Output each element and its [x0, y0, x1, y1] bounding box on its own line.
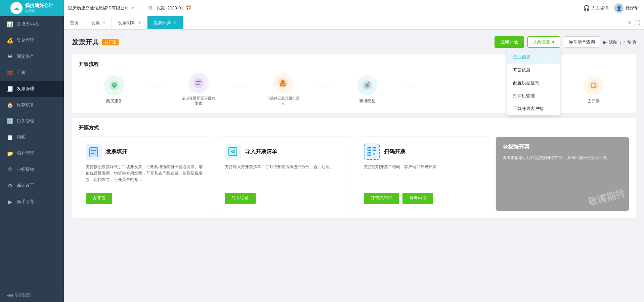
fill-invoice-header: 发票填开 — [86, 144, 205, 160]
dropdown-tax-config[interactable]: 配置税盘信息 — [507, 77, 560, 89]
sidebar-item-archive[interactable]: 📁 归档管理 — [0, 145, 64, 161]
sidebar-item-basic-settings[interactable]: ⚙ 基础设置 — [0, 178, 64, 194]
sidebar-item-new-guide[interactable]: ▶ 新手引导 — [0, 194, 64, 210]
svg-rect-33 — [374, 148, 375, 150]
tab-bar: 首页 发票 ✕ 发票测算 ✕ 发票开具 ✕ ✕ ⛶ — [64, 16, 644, 30]
settings-icon[interactable]: ⚙ — [148, 5, 153, 11]
logo-icon: ☁ — [10, 2, 23, 14]
sidebar-item-invoice-mgmt[interactable]: 🧾 发票管理 — [0, 81, 64, 97]
tab-invoice-issue[interactable]: 发票开具 ✕ — [147, 16, 183, 29]
archive-icon: 📁 — [7, 150, 13, 157]
sidebar-item-label: 固定资产 — [17, 53, 34, 60]
abnormal-list-label: 异常清单查询 — [569, 39, 595, 45]
dropdown-company-info[interactable]: 企业信息 → — [507, 49, 560, 64]
svg-rect-32 — [369, 148, 370, 150]
boss-invoice-desc: 查看老板端小程序提交的开票申请，并作出相应的处理回复 — [503, 155, 622, 178]
divider: | — [619, 40, 620, 45]
user-avatar: 👤 — [614, 3, 624, 13]
svg-rect-34 — [369, 153, 370, 155]
activate-button[interactable]: 立即开通 — [495, 36, 524, 48]
tab-invoice-calc[interactable]: 发票测算 ✕ — [112, 16, 147, 29]
add-company-icon[interactable]: ＋ — [138, 4, 144, 11]
download-client-label: 下载开票客户端 — [513, 106, 544, 112]
sidebar-item-salary[interactable]: 💼 工资 — [0, 65, 64, 81]
sidebar-item-tax-mgmt[interactable]: 🔢 税务管理 — [0, 113, 64, 129]
sidebar: 📊 云报表中心 💰 资金管理 🏛 固定资产 💼 工资 🧾 发票管理 🏠 库存核算… — [0, 16, 64, 302]
printer-mgmt-label: 打印机管理 — [513, 93, 535, 99]
user-name: 徐泽华 — [626, 5, 639, 11]
expense-icon: © — [7, 166, 13, 173]
method-fill-invoice: 发票填开 支持按照发票样式手工填开发票；可开具增值税电子普通发票、增值税普通发票… — [79, 137, 212, 211]
sidebar-item-checkout[interactable]: 📋 结账 — [0, 129, 64, 145]
flow-connector-2 — [234, 86, 248, 86]
calendar-icon[interactable]: 📅 — [185, 5, 191, 11]
tax-mgmt-icon: 🔢 — [7, 118, 13, 124]
page-title: 发票开具 — [72, 38, 99, 47]
fixed-assets-icon: 🏛 — [7, 53, 13, 60]
sidebar-item-fund-mgmt[interactable]: 💰 资金管理 — [0, 32, 64, 48]
fill-invoice-btn[interactable]: 去开票 — [86, 193, 112, 204]
fill-invoice-icon — [86, 144, 102, 160]
support-button[interactable]: 🎧 人工咨询 — [583, 5, 609, 11]
tax-config-label: 配置税盘信息 — [513, 80, 539, 86]
page-title-area: 发票开具 待开通 — [72, 38, 119, 47]
step-last-label: 去开票 — [588, 98, 600, 104]
video-help-area[interactable]: ▶ 视频 | ? 帮助 — [603, 39, 636, 45]
fill-invoice-desc: 支持按照发票样式手工填开发票；可开具增值税电子普通发票、增值税普通发票、增值税专… — [86, 164, 205, 187]
cancel-pin-icon: ◀◀ — [7, 293, 13, 298]
step-last-icon — [584, 75, 604, 96]
tab-invoice-close[interactable]: ✕ — [102, 21, 105, 25]
sidebar-item-fixed-assets[interactable]: 🏛 固定资产 — [0, 48, 64, 65]
tab-expand-btn[interactable]: ⛶ — [635, 20, 640, 26]
scan-invoice-desc: 支持定制开票二维码，客户端可扫码开票 — [364, 164, 483, 187]
tab-invoice[interactable]: 发票 ✕ — [85, 16, 112, 29]
company-name: 重庆畅捷交通信息咨询有限公司 — [68, 5, 129, 11]
logo: ☁ 畅捷通好会计 旗舰版 — [0, 0, 64, 16]
import-invoice-icon — [225, 144, 241, 160]
scan-invoice-apply-btn[interactable]: 查看申请 — [402, 193, 433, 204]
sidebar-item-label: 新手引导 — [17, 199, 34, 205]
import-invoice-desc: 支持导入待开票清单，可对待开票清单进行拆分、合并处理。 — [225, 164, 344, 187]
sidebar-item-label: 结账 — [17, 134, 26, 140]
tab-invoice-issue-close[interactable]: ✕ — [174, 21, 177, 25]
step3-label: 下载并安装开票机器人 — [266, 96, 300, 106]
import-invoice-header: 导入开票清单 — [225, 144, 344, 160]
main-layout: 📊 云报表中心 💰 资金管理 🏛 固定资产 💼 工资 🧾 发票管理 🏠 库存核算… — [0, 16, 644, 302]
svg-rect-38 — [374, 154, 375, 155]
method-scan-invoice: 扫码开票 支持定制开票二维码，客户端可扫码开票 开票码管理 查看申请 — [357, 137, 490, 211]
sidebar-item-label: 工资 — [17, 70, 26, 76]
abnormal-list-button[interactable]: 异常清单查询 — [564, 36, 600, 48]
period-value: 2023-01 — [167, 5, 183, 10]
page-header: 发票开具 待开通 立即开通 开票设置 ▼ 企业信息 — [72, 36, 636, 48]
dropdown-printer-mgmt[interactable]: 打印机管理 — [507, 89, 560, 102]
tab-home[interactable]: 首页 — [64, 16, 85, 29]
dropdown-download-client[interactable]: 下载开票客户端 — [507, 102, 560, 115]
dropdown-invoice-info[interactable]: 开票信息 — [507, 64, 560, 77]
tab-invoice-calc-close[interactable]: ✕ — [138, 21, 141, 25]
checkout-icon: 📋 — [7, 134, 13, 141]
svg-rect-7 — [281, 80, 285, 83]
flow-step-2: 企业开通配置开票六要素 — [163, 73, 234, 106]
sidebar-item-cloud-report[interactable]: 📊 云报表中心 — [0, 16, 64, 32]
tab-close-all-btn[interactable]: ✕ — [628, 20, 632, 26]
step2-icon — [188, 73, 209, 93]
sidebar-item-inventory[interactable]: 🏠 库存核算 — [0, 97, 64, 113]
step1-icon: + — [104, 75, 124, 96]
svg-rect-26 — [229, 148, 237, 156]
import-invoice-btn[interactable]: 导入清单 — [225, 193, 256, 204]
scan-invoice-qr-btn[interactable]: 开票码管理 — [364, 193, 399, 204]
user-info[interactable]: 👤 徐泽华 — [614, 3, 639, 13]
flow-connector-4 — [403, 86, 416, 86]
sidebar-item-label: 税务管理 — [17, 118, 34, 124]
company-selector[interactable]: 重庆畅捷交通信息咨询有限公司 ▼ — [68, 5, 134, 11]
methods-section: 开票方式 发票填开 支持按照发票样式手工填开发票；可开具增值税电子普通发票、增值… — [72, 118, 636, 218]
scan-invoice-header: 扫码开票 — [364, 144, 483, 160]
methods-section-title: 开票方式 — [79, 125, 629, 131]
sidebar-cancel[interactable]: ◀◀ 取消固定 — [0, 288, 64, 302]
sidebar-item-expense[interactable]: © 小畅报销 — [0, 161, 64, 178]
svg-rect-37 — [373, 154, 374, 155]
svg-text:税: 税 — [366, 84, 369, 87]
salary-icon: 💼 — [7, 69, 13, 76]
company-info-label: 企业信息 — [513, 54, 530, 60]
invoice-settings-button[interactable]: 开票设置 ▼ — [527, 36, 561, 48]
